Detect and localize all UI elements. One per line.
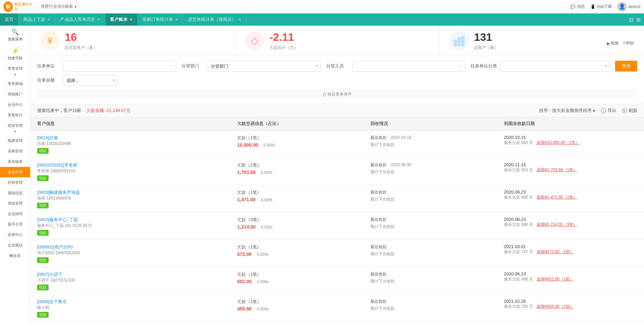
recovery-date: 2020-06-30: [391, 163, 411, 167]
tab-maximize-icon[interactable]: ⊞: [636, 17, 641, 23]
overdue-amount-link[interactable]: 超期¥1,214.00（3笔）: [537, 222, 577, 227]
tab-bar: 首页 商品上下架 ✕ 产成品入库单历史 ✕ 客户账本 ✕ 采购订单统计表 ✕ 进…: [0, 13, 644, 26]
sidebar-item-member[interactable]: 会员中心: [0, 99, 30, 110]
col-header-overdue: 到期未收款日期: [504, 121, 637, 127]
refresh-button[interactable]: ↻ 刷新: [622, 108, 637, 114]
debt-count: 欠款（1笔）: [237, 189, 370, 196]
sidebar-item-system[interactable]: 系统管理: [0, 198, 30, 209]
sidebar-item-corp-wechat[interactable]: 企业微信: [0, 240, 30, 251]
overdue-amount-link[interactable]: 超期¥652.00（1笔）: [537, 277, 574, 282]
tab-product-history[interactable]: 产成品入库单历史 ✕: [55, 13, 105, 26]
tab-close-icon[interactable]: ✕: [130, 18, 133, 22]
tab-minimize-icon[interactable]: ⊟: [629, 17, 634, 23]
debt-info-cell: 欠款（1笔） 672.00 0.00%: [237, 244, 370, 257]
tab-close-icon[interactable]: ✕: [47, 18, 50, 22]
data-table: 客户信息 欠款交易信息（占比） 回收情况 到期未收款日期 [0016]吕俊 吕俊…: [30, 117, 644, 324]
sidebar-item-retail-stats[interactable]: 零售统计: [0, 110, 30, 120]
manager-input[interactable]: ···: [353, 61, 465, 71]
tab-home[interactable]: 首页: [0, 13, 19, 26]
video-button[interactable]: ▶ 视频: [607, 40, 619, 46]
tab-close-icon[interactable]: ✕: [238, 18, 241, 22]
overdue-cell: 2020.06.23 最长欠款 998 天 超期¥1,471.00（1笔）: [504, 189, 637, 200]
customer-link[interactable]: [0002]服务中心_丁磊: [37, 217, 78, 222]
table-row: [0016]吕俊 吕俊 13026203696 现款 欠款（1笔） 10,000…: [30, 131, 644, 158]
sidebar-search[interactable]: 🔍 搜索菜单: [0, 26, 30, 45]
search-button[interactable]: 查询: [615, 61, 637, 71]
message-button[interactable]: 💬 消息: [570, 4, 585, 9]
tab-close-icon[interactable]: ✕: [175, 18, 178, 22]
tab-customer-account[interactable]: 客户账本 ✕: [105, 13, 138, 26]
sidebar-item-retail-store[interactable]: 零售商城: [0, 79, 30, 89]
tab-stock-stats[interactable]: 进货单统计表（按商品） ✕: [183, 13, 246, 26]
sidebar-item-ecommerce[interactable]: 电商管理: [0, 136, 30, 146]
table-row: [0003]畅捷服务尹海蕊 海燕 18513066976 现款 欠款（1笔） 1…: [30, 185, 644, 213]
sidebar-item-enterprise[interactable]: 企业协同: [0, 209, 30, 219]
overdue-days: 最长欠款 998 天: [504, 277, 533, 282]
stat-icon-total: [450, 31, 469, 50]
customer-unit-input[interactable]: ···: [63, 61, 176, 71]
customer-link[interactable]: [000002]用户2050: [37, 244, 73, 249]
department-select[interactable]: 分管部门: [208, 61, 320, 71]
overdue-amount-link[interactable]: 超期¥455.90（1笔）: [537, 304, 574, 309]
customer-phone: 小进干 18279152100: [37, 277, 237, 283]
app-download-button[interactable]: 📱 App下载: [590, 4, 612, 9]
expand-icon: ▲: [13, 129, 17, 133]
sidebar-item-marketing[interactable]: 营销推广: [0, 89, 30, 99]
stat-label-total: 总客户（家）: [474, 45, 498, 51]
table-row: [0006]去下粮仓 陈小帅 现款 欠款（1笔） 455.90 0.00% 最近…: [30, 295, 644, 322]
sidebar-item-quicknav[interactable]: ⚡ 快捷导航: [0, 45, 30, 63]
debt-percent: 0.00%: [257, 307, 269, 312]
sidebar-item-retail-mgmt[interactable]: 零售管理 ▲: [0, 63, 30, 79]
store-selector[interactable]: 母婴行业演示账套 ▾: [37, 4, 80, 9]
overdue-amount-link[interactable]: 超期¥672.00（1笔）: [537, 249, 574, 254]
overdue-amount-link[interactable]: 超期¥1,703.68（1笔）: [537, 168, 577, 172]
export-button[interactable]: ↑ 导出: [601, 108, 616, 114]
customer-link[interactable]: [0007]小进干: [37, 272, 62, 277]
debt-amount: 10,000.00: [237, 142, 258, 148]
stat-card-total: 131 总客户（家） ▶ 视频 ? 帮助: [440, 26, 644, 56]
stat-icon-debt: ◇: [245, 31, 264, 50]
sidebar-item-basic-info[interactable]: 基础信息: [0, 188, 30, 198]
stat-icon-customers: ¥: [40, 31, 59, 50]
overdue-amount-link[interactable]: 超期¥1,471.00（1笔）: [537, 195, 577, 200]
tab-purchase-order[interactable]: 采购订单统计表 ✕: [138, 13, 183, 26]
content-area: ¥ 16 总欠款客户（家） ◇ -2.11 欠款合计（万）: [30, 26, 644, 324]
balance-select[interactable]: 选择... 选择...: [63, 75, 117, 86]
customer-link[interactable]: [0003]畅捷服务尹海蕊: [37, 190, 80, 195]
user-avatar[interactable]: 👤 demo2: [617, 2, 641, 11]
customer-link[interactable]: [0001020001]李老师: [37, 163, 77, 168]
tab-close-icon[interactable]: ✕: [97, 18, 100, 22]
sidebar-item-finance[interactable]: 资金管理: [0, 167, 30, 177]
debt-percent: 0.00%: [261, 225, 273, 230]
help-button[interactable]: ? 帮助: [623, 40, 634, 46]
customer-link[interactable]: [0016]吕俊: [37, 135, 58, 140]
debt-amount: 1,703.68: [237, 170, 256, 175]
sidebar-item-app-center[interactable]: 应用中心: [0, 230, 30, 240]
sort-selector[interactable]: 排序：按欠款金额倒序排序 ▾: [539, 108, 595, 114]
customer-phone: 吕俊 13026203696: [37, 141, 237, 147]
debt-info-cell: 欠款（1笔） 652.00 0.00%: [237, 271, 370, 284]
tab-product-offshelf[interactable]: 商品上下架 ✕: [19, 13, 55, 26]
overdue-days: 最长欠款 884 天: [504, 140, 533, 145]
overdue-days: 最长欠款 998 天: [504, 222, 533, 227]
collapse-button[interactable]: ⋀ 收起更多条件: [37, 89, 637, 99]
sidebar-item-purchase[interactable]: 采购管理: [0, 146, 30, 156]
recovery-next: 预计下次收款: [370, 142, 504, 148]
overdue-amount-link[interactable]: 超期¥10,000.00（1笔）: [537, 140, 580, 145]
col-header-recovery: 回收情况: [370, 121, 504, 127]
customer-link[interactable]: [0006]去下粮仓: [37, 299, 67, 304]
recovery-cell: 最近收款 2020-10-15 预计下次收款: [370, 135, 504, 148]
stat-card-customers: ¥ 16 总欠款客户（家）: [30, 26, 235, 56]
customer-phone: 海燕 18513066976: [37, 196, 237, 201]
sidebar-item-newbie[interactable]: 新手引导: [0, 219, 30, 230]
stat-number-total: 131: [474, 31, 498, 43]
recovery-cell: 最近收款 预计下次收款: [370, 189, 504, 202]
debt-amount: 672.00: [237, 252, 252, 257]
sidebar-item-operations[interactable]: 经营管理: [0, 177, 30, 188]
sidebar-item-vip-member[interactable]: 畅会员: [0, 251, 30, 261]
debt-count: 欠款（1笔）: [237, 244, 370, 250]
sidebar-item-inventory[interactable]: 库存核算: [0, 156, 30, 167]
unit-category-select[interactable]: [500, 61, 610, 71]
sidebar-item-batch-mgmt[interactable]: 批发管理 ▲: [0, 120, 30, 136]
filter-unit-category: 往来单位分类 ▾: [471, 61, 610, 71]
